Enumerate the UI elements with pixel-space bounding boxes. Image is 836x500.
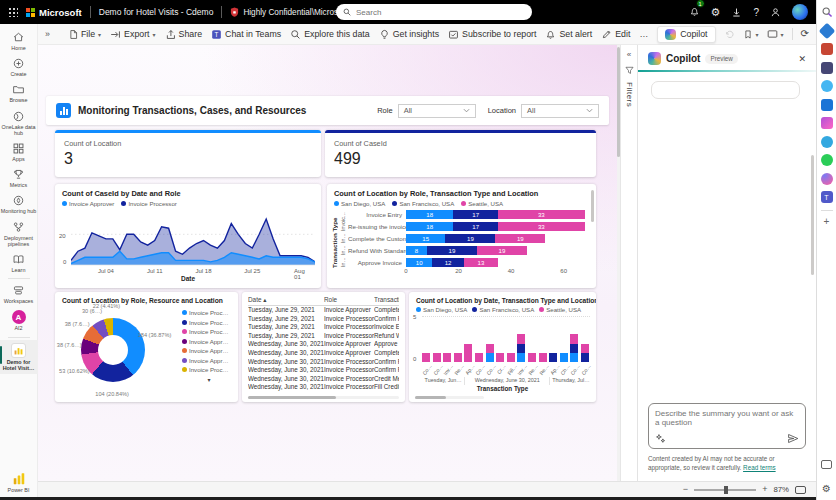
get-insights-button[interactable]: Get insights (379, 29, 439, 40)
bar-segment[interactable] (486, 344, 494, 353)
bar-stack[interactable] (528, 353, 536, 362)
expand-nav-chevrons[interactable]: » (45, 29, 50, 39)
notifications-button[interactable]: 1 (689, 3, 700, 21)
bar-segment[interactable] (581, 344, 589, 353)
sidebar-item-onelake[interactable]: OneLake data hub (0, 107, 38, 139)
bar-segment[interactable]: 19 (477, 246, 527, 255)
table-row[interactable]: Wednesday, June 30, 2021Invoice Processo… (248, 366, 399, 375)
bar-segment[interactable] (507, 353, 515, 362)
view-button[interactable]: ▾ (767, 29, 784, 39)
legend-item[interactable]: San Diego, USA (334, 200, 385, 207)
prompt-suggestions-icon[interactable] (655, 433, 666, 444)
bar-stack[interactable] (454, 353, 462, 362)
table-row[interactable]: Wednesday, June 30, 2021Invoice Processo… (248, 358, 399, 367)
bar-segment[interactable] (464, 344, 472, 362)
table-row[interactable]: Wednesday, June 30, 2021Invoice Processo… (248, 375, 399, 384)
zoom-in-button[interactable]: + (762, 485, 767, 494)
table-row[interactable]: Tuesday, June 29, 2021Invoice ProcessorC… (248, 315, 399, 324)
zoom-out-button[interactable]: − (683, 485, 688, 494)
column-header[interactable]: Role (324, 295, 374, 305)
copilot-input-box[interactable] (648, 403, 806, 449)
table-row[interactable]: Tuesday, June 29, 2021Invoice ApproverCo… (248, 306, 399, 315)
bar-stack[interactable] (539, 353, 547, 362)
bar-segment[interactable]: 33 (498, 210, 585, 219)
column-header[interactable]: Transaction (374, 295, 399, 305)
bar-segment[interactable]: 33 (498, 222, 585, 231)
sidebar-item-current-report[interactable]: Demo for Hotel Visit… (0, 340, 38, 374)
legend-item[interactable]: Invoice Processor (121, 200, 176, 207)
stacked-bar-chart-visual[interactable]: Count of Location by Role, Transaction T… (327, 184, 596, 288)
bar-segment[interactable] (517, 344, 525, 353)
download-icon[interactable] (731, 7, 742, 18)
bar-segment[interactable] (475, 353, 483, 362)
bar-stack[interactable] (443, 353, 451, 362)
column-chart-visual[interactable]: Count of Location by Date, Transaction T… (409, 292, 596, 402)
bar-segment[interactable] (433, 353, 441, 362)
colbar-h-scrollbar[interactable] (415, 396, 484, 399)
outlook-icon[interactable] (821, 99, 833, 111)
bar-stack[interactable] (549, 353, 557, 362)
table-visual[interactable]: Date ▴RoleTransactionTuesday, June 29, 2… (242, 292, 405, 402)
close-icon[interactable]: ✕ (798, 54, 806, 64)
legend-item[interactable]: San Francisco, USA (472, 306, 534, 313)
bar-segment[interactable]: 19 (495, 234, 545, 243)
sidebar-item-apps[interactable]: Apps (0, 139, 38, 165)
sidebar-item-create[interactable]: Create (0, 54, 38, 80)
skype-icon[interactable] (821, 80, 833, 92)
app-launcher-icon[interactable] (8, 7, 18, 17)
filters-pane-collapsed[interactable]: « Filters (620, 45, 637, 481)
legend-item[interactable]: Seattle, USA (539, 306, 581, 313)
global-search[interactable] (336, 4, 532, 20)
bar-segment[interactable] (570, 344, 578, 353)
help-icon[interactable]: ? (753, 7, 759, 18)
bar-stack[interactable] (496, 353, 504, 362)
bar-segment[interactable]: 19 (427, 246, 477, 255)
bar-segment[interactable]: 18 (406, 222, 453, 231)
bar-segment[interactable]: 18 (406, 210, 453, 219)
sidebar-search-icon[interactable] (821, 6, 833, 18)
bar-stack[interactable] (517, 334, 525, 362)
shopping-icon[interactable] (818, 22, 835, 39)
bar-segment[interactable]: 19 (445, 234, 495, 243)
sidebar-item-monitoring-hub[interactable]: Monitoring hub (0, 191, 38, 217)
table-row[interactable]: Wednesday, June 30, 2021Invoice Approver… (248, 349, 399, 358)
bar-stack[interactable] (507, 353, 515, 362)
read-terms-link[interactable]: Read terms (743, 464, 776, 471)
fit-to-page-icon[interactable] (795, 486, 806, 494)
file-menu-button[interactable]: File▾ (68, 29, 101, 40)
user-avatar[interactable] (792, 4, 808, 20)
bar-segment[interactable]: 12 (432, 258, 464, 267)
bar-segment[interactable] (517, 334, 525, 343)
bar-segment[interactable] (454, 353, 462, 362)
microsoft-logo[interactable]: Microsoft (26, 7, 82, 18)
legend-item[interactable]: Invoice Proc… (182, 319, 236, 326)
legend-item[interactable]: Invoice Appr… (182, 338, 236, 345)
sidebar-settings-gear-icon[interactable]: ⚙ (822, 483, 831, 494)
bar-segment[interactable] (422, 353, 430, 362)
bar-segment[interactable] (486, 353, 494, 362)
bar-stack[interactable] (570, 334, 578, 362)
kpi-card-count-of-caseid[interactable]: Count of CaseId 499 (325, 130, 596, 177)
subscribe-button[interactable]: Subscribe to report (448, 29, 536, 40)
more-options-button[interactable]: … (639, 29, 648, 39)
table-row[interactable]: Tuesday, June 29, 2021Invoice ProcessorR… (248, 332, 399, 341)
legend-item[interactable]: Invoice Appr… (182, 357, 236, 364)
bar-segment[interactable]: 8 (406, 246, 427, 255)
whatsapp-icon[interactable] (821, 154, 833, 166)
toolbox-icon[interactable] (821, 43, 833, 55)
bar-segment[interactable] (570, 353, 578, 362)
sidebar-item-workspaces[interactable]: Workspaces (0, 281, 38, 307)
legend-item[interactable]: Invoice Approver (62, 200, 114, 207)
bar-stack[interactable] (464, 344, 472, 362)
copilot-prompt-input[interactable] (655, 409, 799, 433)
table-row[interactable]: Wednesday, June 30, 2021Invoice Processo… (248, 383, 399, 392)
messenger-icon[interactable] (821, 173, 833, 185)
visual-scrollbar[interactable] (591, 190, 594, 222)
copilot-toggle-button[interactable]: Copilot (657, 26, 715, 43)
bar-segment[interactable] (443, 353, 451, 362)
bookmarks-button[interactable]: ▾ (743, 29, 759, 40)
table-header-row[interactable]: Date ▴RoleTransaction (248, 295, 399, 306)
zoom-slider[interactable] (694, 489, 756, 491)
bar-stack[interactable] (475, 353, 483, 362)
role-slicer-dropdown[interactable]: All (398, 104, 476, 118)
